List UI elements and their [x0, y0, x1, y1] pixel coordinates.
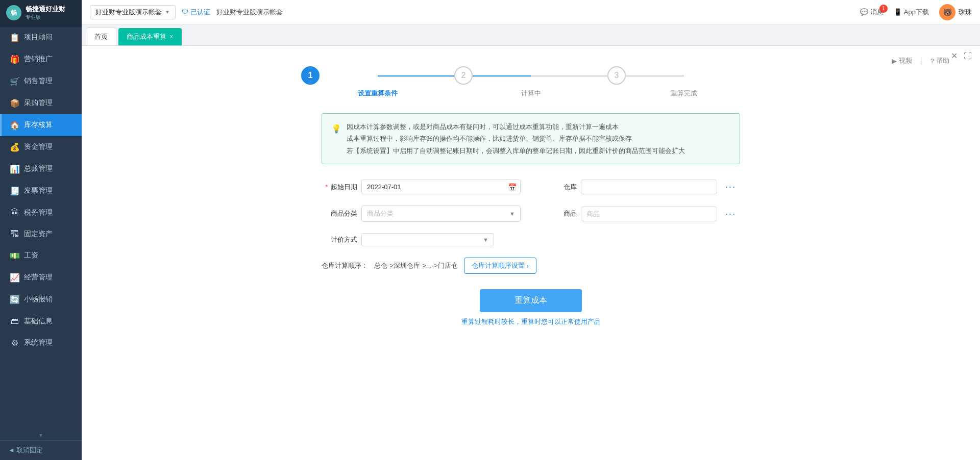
sidebar-item-marketing[interactable]: 🎁营销推广 [0, 48, 82, 70]
sidebar-item-sales[interactable]: 🛒销售管理 [0, 70, 82, 92]
sidebar-item-label: 税务管理 [24, 208, 53, 217]
sidebar-item-label: 经营管理 [24, 273, 53, 282]
chevron-down-icon: ▼ [509, 211, 515, 217]
calc-order-btn-label: 仓库计算顺序设置 [472, 261, 525, 270]
category-select[interactable]: 商品分类 ▼ [361, 206, 521, 222]
info-line: 若【系统设置】中启用了自动调整记账日期时，会调整入库单的整单记账日期，因此重新计… [347, 145, 685, 157]
user-name: 珠珠 [959, 8, 972, 17]
recalc-btn-row: 重算成本 重算过程耗时较长，重算时您可以正常使用产品 [322, 289, 740, 326]
verified-badge: 🛡 已认证 [182, 8, 210, 17]
sidebar: 畅 畅捷通好业财 专业版 📋项目顾问🎁营销推广🛒销售管理📦采购管理🏠库存核算💰资… [0, 0, 82, 460]
recalc-button[interactable]: 重算成本 [480, 289, 582, 312]
calc-order-label: 仓库计算顺序： [322, 261, 368, 270]
messages-badge: 1 [879, 5, 888, 13]
stepper: 1 设置重算条件 2 计算中 3 重算完成 [301, 66, 761, 98]
salary-icon: 💵 [10, 251, 20, 261]
tab-cost_recalc[interactable]: 商品成本重算× [118, 28, 182, 45]
step-circle-2: 2 [454, 66, 473, 85]
assets-icon: 🏗 [10, 229, 20, 239]
calendar-icon[interactable]: 📅 [508, 183, 517, 191]
sidebar-item-invoice[interactable]: 🧾发票管理 [0, 180, 82, 202]
calc-order-value: 总仓->深圳仓库->...->门店仓 [374, 261, 458, 270]
goods-group: 商品 ··· [541, 207, 740, 221]
sidebar-item-label: 固定资产 [24, 229, 53, 239]
messages-button[interactable]: 💬 消息 1 [860, 8, 884, 17]
tab-label: 首页 [94, 33, 108, 40]
sidebar-item-salary[interactable]: 💵工资 [0, 245, 82, 267]
warehouse-dots-button[interactable]: ··· [721, 182, 740, 192]
sidebar-item-label: 系统管理 [24, 338, 53, 347]
user-menu[interactable]: 🐻 珠珠 [939, 4, 972, 20]
invoice-icon: 🧾 [10, 186, 20, 196]
price-method-select[interactable]: ▼ [361, 233, 494, 246]
sidebar-item-inventory[interactable]: 🏠库存核算 [0, 114, 82, 136]
sidebar-item-accounting[interactable]: 📊总账管理 [0, 158, 82, 180]
expand-button[interactable]: ⛶ [964, 52, 972, 61]
sidebar-item-expense[interactable]: 🔄小畅报销 [0, 289, 82, 311]
sidebar-unpin-button[interactable]: ◄ 取消固定 [0, 440, 82, 460]
verified-text: 已认证 [190, 8, 210, 17]
goods-dots-button[interactable]: ··· [721, 209, 740, 219]
sidebar-item-system[interactable]: ⚙系统管理 [0, 332, 82, 354]
sidebar-scroll: ▼ [0, 430, 82, 440]
category-label: 商品分类 [322, 209, 357, 218]
sidebar-item-operation[interactable]: 📈经营管理 [0, 267, 82, 289]
system-icon: ⚙ [10, 338, 20, 348]
account-selector-label: 好业财专业版演示帐套 [95, 8, 162, 17]
topbar: 好业财专业版演示帐套 ▼ 🛡 已认证 好业财专业版演示帐套 💬 消息 1 📱 A… [82, 0, 980, 24]
info-icon: 💡 [331, 122, 341, 157]
calc-order-settings-button[interactable]: 仓库计算顺序设置 › [464, 258, 536, 274]
app-download-label: App下载 [904, 8, 929, 17]
marketing-icon: 🎁 [10, 55, 20, 64]
info-text: 因成本计算参数调整，或是对商品成本有疑问时，可以通过成本重算功能，重新计算一遍成… [347, 121, 685, 157]
sidebar-item-tax[interactable]: 🏛税务管理 [0, 202, 82, 223]
operation-icon: 📈 [10, 273, 20, 283]
sidebar-item-basic[interactable]: 🗃基础信息 [0, 311, 82, 332]
help-links: ▶视频|?帮助 [892, 56, 949, 65]
close-button[interactable]: ✕ [951, 51, 958, 61]
accounting-icon: 📊 [10, 164, 20, 174]
form-row-3: 计价方式 ▼ [322, 233, 740, 246]
help-separator: | [920, 56, 922, 65]
chevron-down-icon: ▼ [165, 9, 170, 15]
info-line: 因成本计算参数调整，或是对商品成本有疑问时，可以通过成本重算功能，重新计算一遍成… [347, 121, 685, 133]
topbar-right: 💬 消息 1 📱 App下载 🐻 珠珠 [860, 4, 972, 20]
start-date-input-wrapper: 📅 [361, 180, 521, 194]
sidebar-item-label: 营销推广 [24, 55, 53, 64]
help-link-icon: ? [930, 57, 934, 65]
tabbar: 首页商品成本重算× [82, 24, 980, 46]
recalc-note: 重算过程耗时较长，重算时您可以正常使用产品 [461, 317, 601, 326]
info-line: 成本重算过程中，影响库存账的操作均不能操作，比如进货单、销货单、库存单据不能审核… [347, 133, 685, 144]
sidebar-header: 畅 畅捷通好业财 专业版 [0, 0, 82, 27]
warehouse-group: 仓库 ··· [541, 180, 740, 194]
sidebar-item-label: 工资 [24, 251, 38, 260]
content-area: ✕ ⛶ ▶视频|?帮助 1 设置重算条件 2 计算中 3 重算完成 [82, 46, 980, 460]
account-selector[interactable]: 好业财专业版演示帐套 ▼ [90, 5, 176, 19]
sidebar-item-project[interactable]: 📋项目顾问 [0, 27, 82, 48]
category-placeholder: 商品分类 [367, 209, 394, 218]
step-label-3: 重算完成 [671, 89, 697, 98]
goods-input[interactable] [581, 207, 717, 221]
chevron-down-icon: ▼ [483, 237, 488, 243]
step-label-1: 设置重算条件 [358, 89, 398, 98]
tab-close-button[interactable]: × [169, 33, 174, 40]
help-link-视频[interactable]: ▶视频 [892, 56, 912, 65]
app-download-button[interactable]: 📱 App下载 [894, 8, 929, 17]
phone-icon: 📱 [894, 8, 902, 16]
start-date-group: * 起始日期 📅 [322, 180, 521, 194]
avatar: 🐻 [939, 4, 955, 20]
tab-home[interactable]: 首页 [86, 28, 116, 45]
sidebar-item-finance[interactable]: 💰资金管理 [0, 136, 82, 158]
recalc-label: 重算成本 [514, 296, 547, 304]
account-name: 好业财专业版演示帐套 [216, 8, 283, 17]
sidebar-item-label: 项目顾问 [24, 33, 53, 42]
sidebar-item-purchase[interactable]: 📦采购管理 [0, 92, 82, 114]
sidebar-item-assets[interactable]: 🏗固定资产 [0, 223, 82, 245]
purchase-icon: 📦 [10, 98, 20, 108]
basic-icon: 🗃 [10, 317, 20, 326]
warehouse-label: 仓库 [541, 183, 577, 192]
form-row-2: 商品分类 商品分类 ▼ 商品 ··· [322, 206, 740, 222]
start-date-input[interactable] [361, 180, 521, 194]
warehouse-input[interactable] [581, 180, 717, 194]
help-link-帮助[interactable]: ?帮助 [930, 56, 949, 65]
